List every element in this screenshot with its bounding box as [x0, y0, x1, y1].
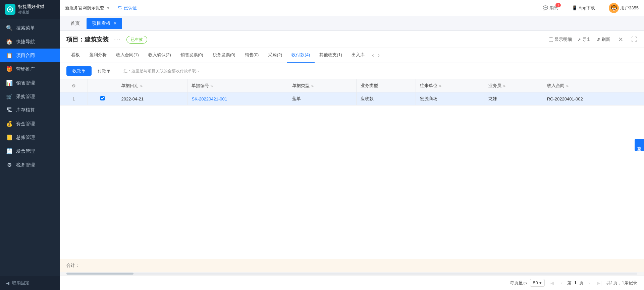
tab-close-icon[interactable]: ✕ — [113, 21, 117, 26]
finance-icon: 💰 — [6, 121, 13, 127]
subtab-profit[interactable]: 盈利分析 — [85, 48, 111, 63]
table-col-biz-type: 业务类型 — [357, 79, 416, 92]
subtab-sales[interactable]: 销售(0) — [240, 48, 264, 63]
sidebar-item-purchase[interactable]: 🛒 采购管理 — [0, 90, 60, 103]
prev-page-button[interactable]: ‹ — [559, 280, 565, 286]
sidebar-item-label: 销售管理 — [16, 80, 35, 86]
account-selector[interactable]: 新服务官网演示账套 ▼ — [65, 5, 110, 11]
invoice-icon: 🧾 — [6, 148, 13, 154]
feedback-button[interactable]: 意见反馈 — [635, 139, 644, 151]
project-icon: 📋 — [6, 52, 13, 59]
sales-icon: 📊 — [6, 80, 13, 86]
message-icon: 💬 — [543, 5, 548, 10]
purchase-icon: 🛒 — [6, 93, 13, 100]
project-actions: 显示明细 ↗ 导出 ↺ 刷新 ✕ ⛶ — [549, 36, 637, 43]
row-checkbox[interactable] — [100, 96, 105, 100]
sidebar-item-finance[interactable]: 💰 资金管理 — [0, 117, 60, 131]
per-page-select[interactable]: 50 ▾ — [530, 279, 544, 287]
sidebar-item-label: 资金管理 — [16, 121, 35, 127]
table-col-income-contract[interactable]: 收入合同⇅ — [543, 79, 644, 92]
sidebar: 畅捷通好业财 标准版 🔍 搜索菜单 🏠 快捷导航 📋 项目合同 🎁 营销推广 📊… — [0, 0, 60, 290]
content-area: 项目：建筑安装 ··· 已生效 显示明细 ↗ 导出 ↺ 刷新 ✕ ⛶ — [60, 31, 644, 290]
row-checkbox-cell[interactable] — [88, 92, 117, 105]
last-page-button[interactable]: ▶| — [595, 280, 604, 286]
subtab-income-confirm[interactable]: 收入确认(2) — [144, 48, 176, 63]
refresh-icon: ↺ — [596, 37, 600, 42]
avatar: 🐯 — [609, 3, 619, 13]
certified-badge: 🛡 已认证 — [118, 5, 137, 11]
table-area: ⚙ 单据日期⇅ 单据编号⇅ 单据类型⇅ 业务类型 — [60, 79, 644, 290]
show-detail-checkbox[interactable]: 显示明细 — [549, 37, 572, 43]
table-col-salesperson[interactable]: 业务员⇅ — [484, 79, 543, 92]
table-col-date[interactable]: 单据日期⇅ — [117, 79, 187, 92]
table-col-number[interactable]: 单据编号⇅ — [187, 79, 288, 92]
expand-icon[interactable]: ⛶ — [631, 36, 637, 43]
message-button[interactable]: 💬 消息 1 — [543, 5, 558, 11]
scrollbar-track[interactable] — [66, 273, 637, 275]
sort-income-contract-icon: ⇅ — [566, 84, 569, 88]
arrow-left-icon: ◀ — [6, 281, 9, 286]
subtab-kanban[interactable]: 看板 — [66, 48, 85, 63]
document-link[interactable]: SK-20220421-001 — [192, 96, 227, 101]
subtab-purchase[interactable]: 采购(2) — [263, 48, 287, 63]
subtab-income-contract[interactable]: 收入合同(1) — [111, 48, 144, 63]
sidebar-item-tax[interactable]: ⚙ 税务管理 — [0, 158, 60, 172]
table-wrapper[interactable]: ⚙ 单据日期⇅ 单据编号⇅ 单据类型⇅ 业务类型 — [60, 79, 644, 259]
table-col-partner[interactable]: 往来单位⇅ — [416, 79, 484, 92]
sort-type-icon: ⇅ — [311, 84, 314, 88]
dropdown-arrow-icon: ▼ — [106, 6, 110, 10]
main-area: 新服务官网演示账套 ▼ 🛡 已认证 💬 消息 1 📱 App下载 🐯 用 — [60, 0, 644, 290]
table-col-checkbox — [88, 79, 117, 92]
sidebar-item-invoice[interactable]: 🧾 发票管理 — [0, 144, 60, 158]
table-row[interactable]: 1 2022-04-21 SK-20220421-001 蓝单 应收款 宏茂商场 — [60, 92, 644, 105]
next-page-button[interactable]: › — [586, 280, 592, 286]
row-date: 2022-04-21 — [117, 92, 187, 105]
first-page-button[interactable]: |◀ — [547, 280, 556, 286]
subtab-other-expense[interactable]: 其他收支(1) — [315, 48, 347, 63]
sidebar-item-marketing[interactable]: 🎁 营销推广 — [0, 62, 60, 76]
payment-view-button[interactable]: 付款单 — [92, 66, 117, 76]
subtab-tax-invoice[interactable]: 税务发票(0) — [208, 48, 240, 63]
sidebar-item-label: 税务管理 — [16, 162, 35, 168]
table-col-type[interactable]: 单据类型⇅ — [288, 79, 357, 92]
sidebar-item-label: 搜索菜单 — [16, 25, 35, 31]
horizontal-scrollbar[interactable] — [60, 272, 644, 275]
subtab-receipt[interactable]: 收付款(4) — [287, 48, 315, 63]
row-seq: 1 — [60, 92, 88, 105]
sidebar-item-label: 总账管理 — [16, 135, 35, 141]
export-button[interactable]: ↗ 导出 — [577, 37, 591, 43]
view-note: 注：这里是与项目关联的全部收付款单哦～ — [123, 68, 200, 74]
close-button[interactable]: ✕ — [618, 36, 623, 43]
sort-salesperson-icon: ⇅ — [503, 84, 505, 88]
sidebar-unpin-button[interactable]: ◀ 取消固定 — [0, 276, 60, 290]
sidebar-item-label: 营销推广 — [16, 66, 35, 72]
sidebar-item-sales[interactable]: 📊 销售管理 — [0, 76, 60, 90]
sidebar-item-inventory[interactable]: 🏗 库存核算 — [0, 103, 60, 117]
tab-project-board[interactable]: 项目看板 ✕ — [87, 18, 122, 29]
refresh-button[interactable]: ↺ 刷新 — [596, 37, 610, 43]
row-number[interactable]: SK-20220421-001 — [187, 92, 288, 105]
sidebar-item-ledger[interactable]: 📒 总账管理 — [0, 131, 60, 144]
total-info: 共1页，1条记录 — [606, 280, 637, 286]
receipt-view-button[interactable]: 收款单 — [66, 66, 92, 76]
sidebar-item-project[interactable]: 📋 项目合同 — [0, 49, 60, 62]
subtab-sales-invoice[interactable]: 销售发票(0) — [176, 48, 208, 63]
sidebar-item-label: 快捷导航 — [16, 39, 35, 45]
tab-home[interactable]: 首页 — [65, 18, 85, 29]
sidebar-item-quicknav[interactable]: 🏠 快捷导航 — [0, 35, 60, 49]
more-options-icon[interactable]: ··· — [114, 36, 121, 43]
show-detail-input[interactable] — [549, 38, 553, 42]
table-col-gear[interactable]: ⚙ — [60, 79, 88, 92]
subtab-inout[interactable]: 出入库 — [347, 48, 369, 63]
tab-project-board-label: 项目看板 — [92, 20, 111, 26]
scrollbar-thumb[interactable] — [66, 273, 133, 275]
row-income-contract: RC-20220401-002 — [543, 92, 644, 105]
row-salesperson: 龙妹 — [484, 92, 543, 105]
nav-prev-icon[interactable]: ‹ — [371, 51, 375, 60]
user-menu[interactable]: 🐯 用户3355 — [609, 3, 639, 13]
app-download-button[interactable]: 📱 App下载 — [572, 5, 595, 11]
nav-next-icon[interactable]: › — [376, 51, 381, 60]
sidebar-item-search[interactable]: 🔍 搜索菜单 — [0, 21, 60, 35]
sort-date-icon: ⇅ — [140, 84, 143, 88]
export-icon: ↗ — [577, 37, 581, 42]
